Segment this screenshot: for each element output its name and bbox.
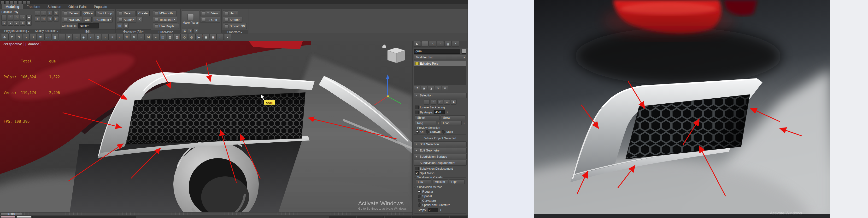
bind-to-space-warp-icon[interactable]: ↷ (16, 34, 22, 40)
by-angle-checkbox[interactable] (415, 111, 418, 114)
align-x-button[interactable]: X (182, 29, 187, 33)
method-curvature-radio[interactable] (418, 199, 421, 203)
undo-icon[interactable] (18, 0, 22, 4)
shrink-selection-icon[interactable]: ▫ (35, 10, 40, 15)
select-and-place-icon[interactable]: ◈ (80, 34, 87, 40)
material-editor-icon[interactable]: ◉ (203, 34, 209, 40)
align-z-button[interactable]: Z (193, 29, 198, 33)
curve-editor-icon[interactable]: ◍ (188, 34, 195, 40)
spinner-snap-toggle-icon[interactable]: ≡ (138, 34, 145, 40)
select-by-name-icon[interactable]: ≣ (37, 34, 44, 40)
steps-value[interactable]: 2 (428, 208, 438, 212)
redo-icon[interactable] (23, 0, 26, 4)
method-spatial-curvature-radio[interactable] (418, 204, 421, 207)
motion-tab-icon[interactable]: ◔ (437, 41, 444, 47)
loop-shrink-icon[interactable]: ⊖ (41, 16, 46, 22)
ribbon-caption-edit[interactable]: Edit (60, 29, 115, 34)
previous-modifier-icon[interactable]: ◂ (8, 20, 13, 26)
toggle-ribbon-icon[interactable]: ◇ (181, 34, 188, 40)
toggle-scene-explorer-icon[interactable]: ▥ (167, 34, 173, 40)
keyboard-shortcut-override-icon[interactable]: ⌗ (109, 34, 116, 40)
preset-high-button[interactable]: High (449, 179, 465, 184)
nurms-button[interactable]: NURMS (62, 17, 82, 23)
split-mesh-checkbox[interactable] (415, 171, 418, 175)
element-subobject-icon[interactable]: ◆ (451, 99, 457, 105)
ring-shrink-icon[interactable]: ⊟ (54, 16, 59, 22)
save-file-icon[interactable] (14, 0, 18, 4)
loop-spinner[interactable] (463, 122, 465, 124)
rendered-frame-window-icon[interactable]: ○ (217, 34, 224, 40)
max-logo-icon[interactable] (1, 0, 5, 4)
tessellate-button[interactable]: Tessellate (153, 17, 177, 23)
preview-multi-radio[interactable] (442, 130, 445, 134)
tab-populate[interactable]: Populate (90, 4, 110, 9)
track-bar[interactable]: 0 / 100 (0, 212, 412, 216)
border-mode-icon[interactable]: □ (14, 14, 19, 20)
open-file-icon[interactable] (9, 0, 13, 4)
edge-mode-icon[interactable]: ∕ (8, 14, 13, 20)
render-production-icon[interactable]: ● (224, 34, 231, 40)
element-mode-icon[interactable]: ◆ (26, 14, 32, 20)
shrink-button[interactable]: Shrink (415, 115, 440, 120)
unlink-selection-icon[interactable]: ↶ (8, 34, 15, 40)
steps-spinner[interactable] (439, 209, 442, 211)
ribbon-caption-polygon-modeling[interactable]: Polygon Modeling (0, 29, 33, 33)
select-and-link-icon[interactable]: ⊕ (1, 34, 8, 40)
preset-medium-button[interactable]: Medium (433, 179, 448, 184)
schematic-view-icon[interactable]: ▶ (195, 34, 202, 40)
render-setup-icon[interactable]: ▣ (210, 34, 217, 40)
detach-icon[interactable]: ⇱ (137, 17, 143, 22)
to-grid-button[interactable]: To Grid (200, 17, 220, 23)
qslice-button[interactable]: QSlice (82, 10, 94, 16)
viewport[interactable]: Perspective ] [Shaded ] Total gum Polys:… (0, 41, 413, 213)
coordinate-y-field[interactable] (357, 216, 384, 218)
reference-coordinate-dropdown[interactable]: ▾ (88, 34, 94, 40)
new-scene-icon[interactable] (5, 0, 9, 4)
show-end-result-ribbon-icon[interactable]: ▣ (26, 20, 32, 26)
loop-button[interactable]: Loop (441, 121, 462, 125)
rollout-edit-geometry[interactable]: + Edit Geometry (414, 148, 467, 153)
tab-freeform[interactable]: Freeform (23, 4, 44, 9)
repeat-button[interactable]: Repeat (62, 10, 81, 16)
select-object-icon[interactable]: ⌖ (30, 34, 37, 40)
grow-selection-icon[interactable]: ▪ (41, 10, 46, 15)
select-ring-icon[interactable]: ◎ (54, 10, 59, 15)
tab-object-paint[interactable]: Object Paint (65, 4, 90, 9)
by-angle-value[interactable]: 45.0 (434, 110, 445, 114)
object-name-field[interactable]: gum (414, 49, 460, 53)
show-end-result-icon[interactable]: ▣ (421, 86, 427, 91)
mirror-icon[interactable]: ≈ (152, 34, 159, 40)
coordinate-z-field[interactable] (384, 216, 411, 218)
quadrify-icon[interactable]: ▦ (123, 23, 128, 29)
rollout-soft-selection[interactable]: + Soft Selection (414, 141, 467, 147)
method-regular-radio[interactable] (418, 190, 421, 193)
method-spatial-radio[interactable] (418, 194, 421, 198)
maxscript-mini-listener-white[interactable] (17, 216, 31, 218)
ribbon-caption-modify-selection[interactable]: Modify Selection (33, 29, 60, 33)
loop-grow-icon[interactable]: ⊕ (35, 16, 40, 22)
window-crossing-icon[interactable]: ▦ (52, 34, 58, 40)
rollout-subdivision-surface[interactable]: + Subdivision Surface (414, 154, 467, 159)
viewport-label[interactable]: Perspective ] [Shaded ] (3, 42, 41, 46)
attach-button[interactable]: Attach (117, 17, 136, 23)
constraints-dropdown[interactable]: None (78, 23, 99, 29)
utilities-tab-icon[interactable]: * (452, 41, 459, 47)
selection-filter-dropdown[interactable]: ▾ (23, 34, 30, 40)
polygon-subobject-icon[interactable]: ▱ (444, 99, 450, 105)
percent-snap-toggle-icon[interactable]: ⇅ (131, 34, 137, 40)
help-icon[interactable] (27, 0, 30, 4)
ribbon-caption-subdivision[interactable]: Subdivision (151, 30, 181, 34)
make-planar-button[interactable]: Make Planar (182, 10, 199, 28)
time-tag-field[interactable] (450, 216, 467, 218)
angle-snap-toggle-icon[interactable]: % (123, 34, 130, 40)
select-and-manipulate-icon[interactable]: · (102, 34, 108, 40)
cut-button[interactable]: Cut (83, 17, 92, 23)
modifier-list-dropdown[interactable]: Modifier List (414, 54, 466, 60)
collapse-stack-icon[interactable]: ≡ (20, 20, 25, 26)
edge-subobject-icon[interactable]: ∕ (431, 99, 436, 105)
ribbon-caption-geometry[interactable]: Geometry (All) (116, 29, 151, 34)
ignore-backfacing-checkbox[interactable] (415, 106, 418, 109)
preset-low-button[interactable]: Low (416, 179, 431, 184)
p-connect-button[interactable]: P Connect (93, 17, 113, 23)
maxscript-mini-listener[interactable] (1, 216, 16, 218)
